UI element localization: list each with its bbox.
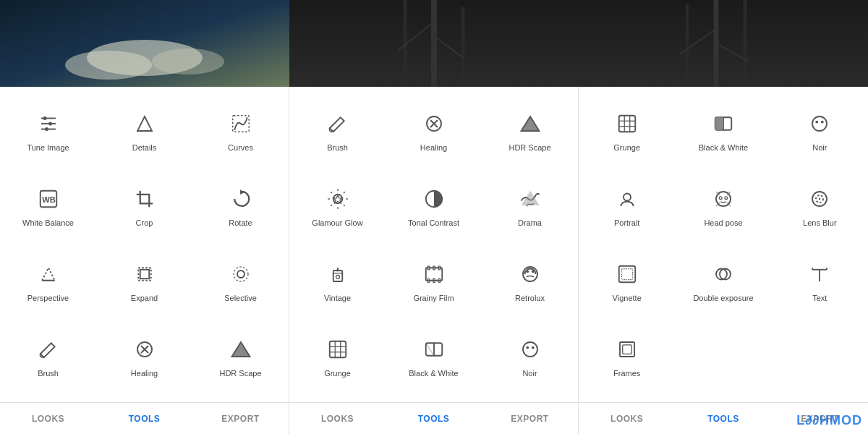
head-pose-label: Head pose [704, 218, 742, 228]
svg-point-19 [43, 116, 46, 120]
lens-blur-label: Lens Blur [803, 218, 836, 228]
tool-vintage[interactable]: Vintage [289, 244, 386, 320]
svg-point-74 [821, 120, 824, 123]
tool-grunge-partial[interactable]: Grunge [289, 320, 386, 395]
tool-brush[interactable]: Brush [0, 320, 96, 395]
lens-blur-icon [807, 186, 833, 212]
svg-rect-28 [140, 270, 149, 279]
nav-looks-1[interactable]: LOOKS [0, 403, 96, 434]
grunge-partial-label: Grunge [324, 368, 351, 378]
nav-looks-1-label: LOOKS [32, 414, 64, 424]
text-label: Text [812, 293, 827, 303]
svg-rect-43 [333, 271, 342, 281]
tool-double-exposure[interactable]: Double exposure [675, 244, 771, 320]
tool-lens-blur[interactable]: Lens Blur [772, 169, 868, 244]
brush-icon [35, 336, 61, 362]
tools-grid-1: Tune Image Details Curves [0, 87, 289, 402]
tool-perspective[interactable]: Perspective [0, 244, 96, 320]
bw-partial-icon [421, 336, 447, 362]
svg-point-78 [725, 197, 728, 200]
tool-curves[interactable]: Curves [192, 94, 289, 169]
tool-glamour-glow[interactable]: Glamour Glow [289, 169, 386, 244]
retrolux-icon [517, 261, 543, 287]
wb-label: White Balance [22, 218, 74, 228]
tool-hdr-2[interactable]: HDR Scape [482, 94, 578, 169]
double-exposure-icon [710, 261, 736, 287]
frames-label: Frames [613, 368, 640, 378]
bw-r-icon [710, 111, 736, 137]
perspective-label: Perspective [27, 293, 69, 303]
nav-looks-r-label: LOOKS [610, 414, 643, 424]
tool-frames[interactable]: Frames [579, 320, 675, 395]
nav-looks-2[interactable]: LOOKS [289, 403, 386, 434]
crop-icon [132, 186, 158, 212]
panel-1: Tune Image Details Curves [0, 87, 289, 434]
tool-white-balance[interactable]: WB White Balance [0, 169, 96, 244]
grunge-r-icon [614, 111, 640, 137]
vignette-icon [614, 261, 640, 287]
panel-2: Brush Healing [289, 87, 579, 434]
expand-label: Expand [131, 293, 158, 303]
tool-brush-2[interactable]: Brush [289, 94, 386, 169]
svg-point-73 [816, 120, 819, 123]
tool-retrolux[interactable]: Retrolux [482, 244, 578, 320]
tool-healing[interactable]: Healing [96, 320, 192, 395]
svg-rect-91 [622, 345, 631, 354]
tools-grid-right: Grunge Black & White [579, 87, 868, 402]
svg-point-3 [152, 48, 224, 75]
bw-partial-label: Black & White [409, 368, 458, 378]
tool-drama[interactable]: Drama [482, 169, 578, 244]
head-pose-icon [710, 186, 736, 212]
tool-bw-r[interactable]: Black & White [675, 94, 771, 169]
rotate-icon [228, 186, 254, 212]
svg-text:WB: WB [42, 195, 56, 204]
panel-right: Grunge Black & White [579, 87, 868, 434]
svg-point-55 [531, 270, 534, 273]
nav-tools-r-label: TOOLS [707, 414, 739, 424]
tool-crop[interactable]: Crop [96, 169, 192, 244]
tool-tune-image[interactable]: Tune Image [0, 94, 96, 169]
tool-head-pose[interactable]: Head pose [675, 169, 771, 244]
tool-healing-2[interactable]: Healing [386, 94, 482, 169]
selective-label: Selective [224, 293, 257, 303]
svg-rect-65 [618, 116, 635, 132]
image-panel-3 [579, 0, 868, 87]
tool-grainy-film[interactable]: Grainy Film [386, 244, 482, 320]
nav-tools-2[interactable]: TOOLS [386, 403, 482, 434]
nav-export-2[interactable]: EXPORT [482, 403, 578, 434]
svg-rect-71 [715, 117, 723, 130]
svg-rect-90 [620, 342, 634, 357]
watermark: L∂∂HMOD [796, 413, 862, 428]
tool-text[interactable]: Text [772, 244, 868, 320]
image-panel-2 [289, 0, 579, 87]
tool-selective[interactable]: Selective [192, 244, 289, 320]
nav-tools-1[interactable]: TOOLS [96, 403, 192, 434]
tool-tonal-contrast[interactable]: Tonal Contrast [386, 169, 482, 244]
curves-label: Curves [228, 142, 253, 153]
svg-point-72 [812, 116, 827, 131]
tool-bw-partial[interactable]: Black & White [386, 320, 482, 395]
bottom-nav-1: LOOKS TOOLS EXPORT [0, 402, 289, 434]
svg-point-2 [65, 51, 152, 80]
glamour-glow-icon [325, 186, 351, 212]
nav-looks-r[interactable]: LOOKS [579, 403, 675, 434]
frames-icon [614, 336, 640, 362]
tool-grunge-r[interactable]: Grunge [579, 94, 675, 169]
tool-vignette[interactable]: Vignette [579, 244, 675, 320]
nav-tools-r[interactable]: TOOLS [675, 403, 771, 434]
tool-expand[interactable]: Expand [96, 244, 192, 320]
nav-export-1[interactable]: EXPORT [192, 403, 289, 434]
hdr-2-icon [517, 111, 543, 137]
tool-portrait[interactable]: Portrait [579, 169, 675, 244]
glamour-glow-label: Glamour Glow [312, 218, 362, 228]
tool-rotate[interactable]: Rotate [192, 169, 289, 244]
double-exposure-label: Double exposure [693, 293, 753, 303]
svg-point-29 [237, 271, 244, 278]
vintage-label: Vintage [324, 293, 351, 303]
brush-2-label: Brush [327, 142, 348, 153]
tool-details[interactable]: Details [96, 94, 192, 169]
tool-noir-r[interactable]: Noir [772, 94, 868, 169]
tool-noir-partial[interactable]: Noir [482, 320, 578, 395]
tool-hdr-scape[interactable]: HDR Scape [192, 320, 289, 395]
selective-icon [228, 261, 254, 287]
